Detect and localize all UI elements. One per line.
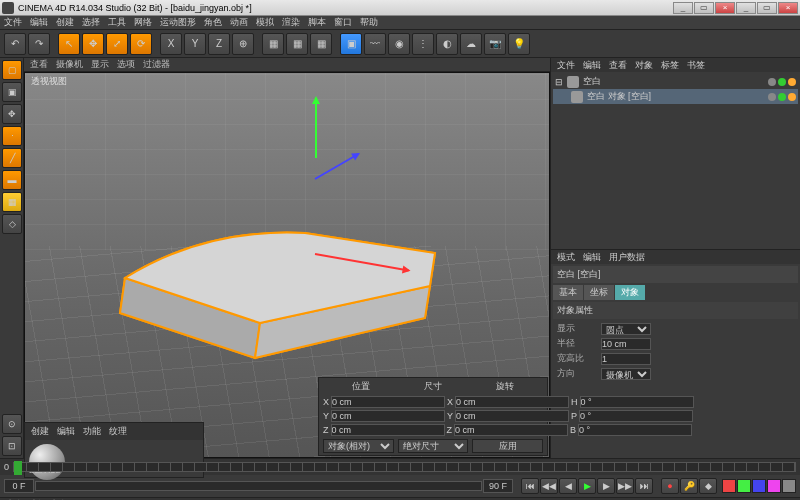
render-picture-button[interactable]: ▦ bbox=[286, 33, 308, 55]
goto-start-button[interactable]: ⏮ bbox=[521, 478, 539, 494]
frame-start-input[interactable] bbox=[4, 479, 34, 493]
object-name[interactable]: 空白 对象 [空白] bbox=[587, 90, 651, 103]
om-file[interactable]: 文件 bbox=[557, 59, 575, 72]
render-icon[interactable] bbox=[778, 93, 786, 101]
x-size-input[interactable] bbox=[455, 396, 569, 408]
rotate-tool[interactable]: ⟳ bbox=[130, 33, 152, 55]
spline-button[interactable]: 〰 bbox=[364, 33, 386, 55]
y-pos-input[interactable] bbox=[331, 410, 445, 422]
render-settings-button[interactable]: ▦ bbox=[310, 33, 332, 55]
render-icon[interactable] bbox=[778, 78, 786, 86]
attr-tab-object[interactable]: 对象 bbox=[615, 285, 645, 300]
minimize-button[interactable]: _ bbox=[673, 2, 693, 14]
h-rot-input[interactable] bbox=[580, 396, 694, 408]
tree-row[interactable]: 空白 对象 [空白] bbox=[553, 89, 798, 104]
z-size-input[interactable] bbox=[454, 424, 568, 436]
point-mode-button[interactable]: ⋅ bbox=[2, 126, 22, 146]
attr-mode[interactable]: 模式 bbox=[557, 251, 575, 264]
workplane-button[interactable]: ◇ bbox=[2, 214, 22, 234]
om-tags[interactable]: 标签 bbox=[661, 59, 679, 72]
gizmo-y-axis[interactable] bbox=[315, 98, 317, 158]
frame-end-input[interactable] bbox=[483, 479, 513, 493]
y-axis-button[interactable]: Y bbox=[184, 33, 206, 55]
next-frame-button[interactable]: ▶ bbox=[597, 478, 615, 494]
mat-tab-create[interactable]: 创建 bbox=[31, 425, 49, 438]
maximize2-button[interactable]: ▭ bbox=[757, 2, 777, 14]
move-tool[interactable]: ✥ bbox=[82, 33, 104, 55]
keyframe-button[interactable]: ◆ bbox=[699, 478, 717, 494]
pos-key-button[interactable] bbox=[722, 479, 736, 493]
mesh-object[interactable] bbox=[105, 208, 445, 368]
camera-button[interactable]: 📷 bbox=[484, 33, 506, 55]
scale-tool[interactable]: ⤢ bbox=[106, 33, 128, 55]
record-button[interactable]: ● bbox=[661, 478, 679, 494]
x-axis-button[interactable]: X bbox=[160, 33, 182, 55]
redo-button[interactable]: ↷ bbox=[28, 33, 50, 55]
coord-apply-button[interactable]: 应用 bbox=[472, 439, 543, 453]
mat-tab-edit[interactable]: 编辑 bbox=[57, 425, 75, 438]
undo-button[interactable]: ↶ bbox=[4, 33, 26, 55]
visibility-icon[interactable] bbox=[768, 93, 776, 101]
param-key-button[interactable] bbox=[767, 479, 781, 493]
cube-primitive-button[interactable]: ▣ bbox=[340, 33, 362, 55]
menu-select[interactable]: 选择 bbox=[82, 16, 100, 29]
snap2-button[interactable]: ⊡ bbox=[2, 436, 22, 456]
object-mode-button[interactable]: ▣ bbox=[2, 82, 22, 102]
render-view-button[interactable]: ▦ bbox=[262, 33, 284, 55]
axis-mode-button[interactable]: ✥ bbox=[2, 104, 22, 124]
menu-render[interactable]: 渲染 bbox=[282, 16, 300, 29]
menu-help[interactable]: 帮助 bbox=[360, 16, 378, 29]
menu-script[interactable]: 脚本 bbox=[308, 16, 326, 29]
viewport-display[interactable]: 显示 bbox=[91, 58, 109, 71]
viewport-camera[interactable]: 摄像机 bbox=[56, 58, 83, 71]
om-object[interactable]: 对象 bbox=[635, 59, 653, 72]
polygon-mode-button[interactable]: ▬ bbox=[2, 170, 22, 190]
nurbs-button[interactable]: ◉ bbox=[388, 33, 410, 55]
menu-create[interactable]: 创建 bbox=[56, 16, 74, 29]
goto-end-button[interactable]: ⏭ bbox=[635, 478, 653, 494]
deformer-button[interactable]: ◐ bbox=[436, 33, 458, 55]
om-edit[interactable]: 编辑 bbox=[583, 59, 601, 72]
menu-simulate[interactable]: 模拟 bbox=[256, 16, 274, 29]
tag-icon[interactable] bbox=[788, 78, 796, 86]
z-axis-button[interactable]: Z bbox=[208, 33, 230, 55]
texture-mode-button[interactable]: ▦ bbox=[2, 192, 22, 212]
y-size-input[interactable] bbox=[455, 410, 569, 422]
menu-mesh[interactable]: 网络 bbox=[134, 16, 152, 29]
viewport-filter[interactable]: 过滤器 bbox=[143, 58, 170, 71]
coord-mode1-select[interactable]: 对象(相对) bbox=[323, 439, 394, 453]
array-button[interactable]: ⋮ bbox=[412, 33, 434, 55]
orient-select[interactable]: 摄像机 bbox=[601, 368, 651, 380]
object-name[interactable]: 空白 bbox=[583, 75, 601, 88]
select-tool[interactable]: ↖ bbox=[58, 33, 80, 55]
z-pos-input[interactable] bbox=[331, 424, 445, 436]
environment-button[interactable]: ☁ bbox=[460, 33, 482, 55]
x-pos-input[interactable] bbox=[331, 396, 445, 408]
object-tree[interactable]: ⊟ 空白 空白 对象 [空白] bbox=[551, 72, 800, 250]
attr-tab-basic[interactable]: 基本 bbox=[553, 285, 583, 300]
autokey-button[interactable]: 🔑 bbox=[680, 478, 698, 494]
om-bookmark[interactable]: 书签 bbox=[687, 59, 705, 72]
light-button[interactable]: 💡 bbox=[508, 33, 530, 55]
menu-character[interactable]: 角色 bbox=[204, 16, 222, 29]
viewport-view[interactable]: 查看 bbox=[30, 58, 48, 71]
radius-input[interactable] bbox=[601, 338, 651, 350]
visibility-icon[interactable] bbox=[768, 78, 776, 86]
menu-file[interactable]: 文件 bbox=[4, 16, 22, 29]
timeline-track[interactable] bbox=[13, 462, 796, 472]
menu-mograph[interactable]: 运动图形 bbox=[160, 16, 196, 29]
prev-frame-button[interactable]: ◀ bbox=[559, 478, 577, 494]
step-back-button[interactable]: ◀◀ bbox=[540, 478, 558, 494]
attr-userdata[interactable]: 用户数据 bbox=[609, 251, 645, 264]
viewport-options[interactable]: 选项 bbox=[117, 58, 135, 71]
play-button[interactable]: ▶ bbox=[578, 478, 596, 494]
rot-key-button[interactable] bbox=[752, 479, 766, 493]
menu-tools[interactable]: 工具 bbox=[108, 16, 126, 29]
edge-mode-button[interactable]: ╱ bbox=[2, 148, 22, 168]
minimize2-button[interactable]: _ bbox=[736, 2, 756, 14]
tree-row[interactable]: ⊟ 空白 bbox=[553, 74, 798, 89]
maximize-button[interactable]: ▭ bbox=[694, 2, 714, 14]
menu-window[interactable]: 窗口 bbox=[334, 16, 352, 29]
mat-tab-func[interactable]: 功能 bbox=[83, 425, 101, 438]
tag-icon[interactable] bbox=[788, 93, 796, 101]
